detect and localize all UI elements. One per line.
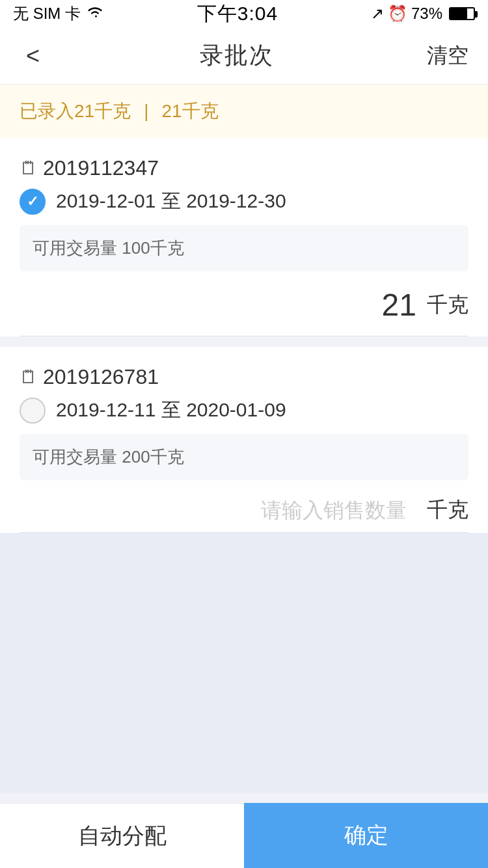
alarm-icon: ⏰ — [388, 5, 407, 23]
nav-bar: < 录批次 清空 — [0, 27, 488, 85]
battery-icon — [449, 7, 475, 20]
batch-header-1: 🗒 2019112347 — [20, 156, 468, 180]
batch-card-2: 🗒 2019126781 2019-12-11 至 2020-01-09 可用交… — [0, 347, 488, 533]
batch-card-1: 🗒 2019112347 2019-12-01 至 2019-12-30 可用交… — [0, 138, 488, 336]
summary-amount: 21千克 — [161, 99, 218, 124]
batch-item-1: 🗒 2019112347 2019-12-01 至 2019-12-30 可用交… — [0, 138, 488, 271]
batch-date-1: 2019-12-01 至 2019-12-30 — [56, 188, 286, 215]
section-gap-1 — [0, 336, 488, 347]
batch-date-row-1: 2019-12-01 至 2019-12-30 — [20, 188, 468, 215]
batch-radio-1[interactable] — [20, 189, 46, 215]
batch-quantity-row-1: 21 千克 — [0, 271, 488, 323]
sim-status: 无 SIM 卡 — [13, 3, 81, 24]
input-unit-2: 千克 — [427, 496, 468, 524]
batch-available-2: 可用交易量 200千克 — [20, 434, 468, 480]
batch-id-icon-1: 🗒 — [20, 157, 38, 179]
bottom-bar: 自动分配 确定 — [0, 803, 488, 868]
status-right: ↗ ⏰ 73% — [371, 5, 475, 23]
batch-quantity-value-1: 21 — [382, 287, 416, 323]
batch-date-2: 2019-12-11 至 2020-01-09 — [56, 397, 286, 424]
wifi-icon — [86, 5, 104, 23]
status-bar: 无 SIM 卡 下午3:04 ↗ ⏰ 73% — [0, 0, 488, 27]
page-title: 录批次 — [200, 40, 274, 72]
batch-available-1: 可用交易量 100千克 — [20, 225, 468, 271]
location-icon: ↗ — [371, 5, 384, 23]
summary-divider: | — [144, 101, 148, 122]
batch-date-row-2: 2019-12-11 至 2020-01-09 — [20, 397, 468, 424]
batch-quantity-unit-1: 千克 — [427, 291, 468, 319]
auto-distribute-button[interactable]: 自动分配 — [0, 803, 244, 868]
batch-radio-2[interactable] — [20, 398, 46, 424]
content-area: 🗒 2019112347 2019-12-01 至 2019-12-30 可用交… — [0, 138, 488, 858]
input-row-2: 千克 — [0, 480, 488, 524]
back-button[interactable]: < — [20, 36, 46, 76]
batch-id-icon-2: 🗒 — [20, 366, 38, 388]
batch-item-2: 🗒 2019126781 2019-12-11 至 2020-01-09 可用交… — [0, 347, 488, 480]
status-time: 下午3:04 — [197, 1, 278, 27]
empty-area — [0, 533, 488, 793]
batch-id-1: 2019112347 — [43, 156, 159, 180]
clear-button[interactable]: 清空 — [427, 42, 468, 70]
confirm-button[interactable]: 确定 — [244, 803, 488, 868]
battery-percent: 73% — [411, 5, 442, 23]
recorded-label: 已录入21千克 — [20, 99, 131, 124]
status-left: 无 SIM 卡 — [13, 3, 104, 24]
quantity-input-2[interactable] — [189, 498, 416, 522]
batch-id-2: 2019126781 — [43, 365, 159, 389]
batch-header-2: 🗒 2019126781 — [20, 365, 468, 389]
summary-bar: 已录入21千克 | 21千克 — [0, 85, 488, 138]
